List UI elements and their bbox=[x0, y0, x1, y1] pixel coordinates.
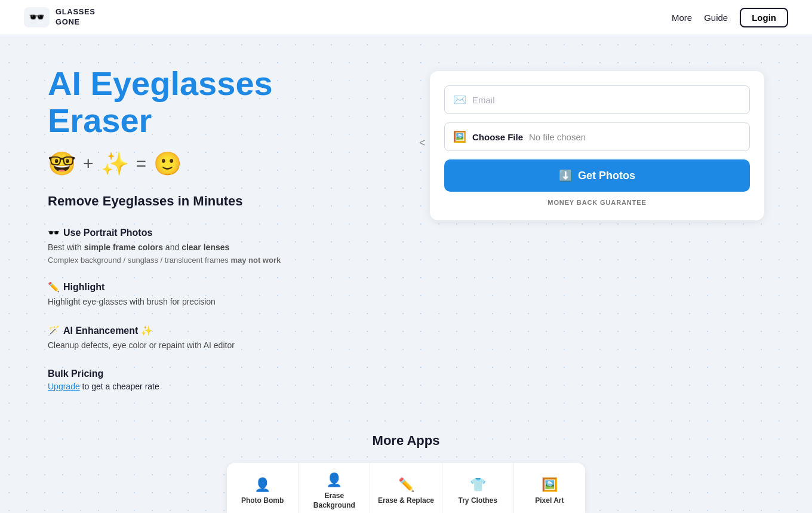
upgrade-link[interactable]: Upgrade bbox=[48, 382, 80, 391]
more-apps-section: More Apps 👤 Photo Bomb 👤 Erase Backgroun… bbox=[24, 403, 788, 513]
bulk-pricing-title: Bulk Pricing bbox=[48, 368, 406, 379]
navbar: 🕶️ GLASSES GONE More Guide Login bbox=[0, 0, 812, 35]
feature-highlight-title: ✏️ Highlight bbox=[48, 281, 406, 293]
clothes-icon: 👕 bbox=[470, 477, 486, 493]
bulk-pricing: Bulk Pricing Upgrade to get a cheaper ra… bbox=[48, 368, 406, 391]
emoji-wand: ✨ bbox=[101, 150, 129, 177]
app-erase-replace[interactable]: ✏️ Erase & Replace bbox=[370, 463, 442, 513]
apps-row: 👤 Photo Bomb 👤 Erase Background ✏️ Erase… bbox=[227, 463, 585, 513]
photo-bomb-label: Photo Bomb bbox=[241, 496, 284, 506]
remove-heading: Remove Eyeglasses in Minutes bbox=[48, 193, 406, 209]
feature-enhancement-title: 🪄 AI Enhancement ✨ bbox=[48, 325, 406, 336]
brand-name: GLASSES GONE bbox=[56, 7, 96, 27]
may-not-work-text: may not work bbox=[230, 256, 281, 265]
brand-logo: 🕶️ bbox=[24, 7, 50, 27]
hero-title: AI Eyeglasses Eraser bbox=[48, 65, 406, 139]
nav-guide[interactable]: Guide bbox=[704, 13, 728, 23]
glasses-icon: 🕶️ bbox=[48, 227, 60, 238]
pixel-art-icon: 🖼️ bbox=[542, 477, 558, 493]
money-back-text: MONEY BACK GUARANTEE bbox=[444, 199, 750, 206]
brand: 🕶️ GLASSES GONE bbox=[24, 7, 96, 27]
email-input[interactable] bbox=[472, 95, 741, 105]
feature-enhancement-desc: Cleanup defects, eye color or repaint wi… bbox=[48, 339, 406, 352]
app-try-clothes[interactable]: 👕 Try Clothes bbox=[442, 463, 514, 513]
no-file-text: No file chosen bbox=[529, 132, 586, 142]
feature-portrait-title: 🕶️ Use Portrait Photos bbox=[48, 227, 406, 238]
more-apps-title: More Apps bbox=[48, 433, 764, 449]
download-icon: ⬇️ bbox=[559, 169, 572, 182]
email-wrapper: ✉️ bbox=[444, 85, 750, 114]
feature-highlight-desc: Highlight eye-glasses with brush for pre… bbox=[48, 296, 406, 308]
emoji-equation: 🤓 + ✨ = 🙂 bbox=[48, 150, 406, 177]
email-icon: ✉️ bbox=[453, 93, 466, 106]
app-pixel-art[interactable]: 🖼️ Pixel Art bbox=[514, 463, 585, 513]
file-input-wrapper[interactable]: 🖼️ Choose File No file chosen bbox=[444, 122, 750, 151]
bulk-pricing-desc: Upgrade to get a cheaper rate bbox=[48, 382, 406, 391]
image-icon: 🖼️ bbox=[453, 130, 466, 143]
emoji-glasses: 🤓 bbox=[48, 150, 76, 177]
plus-sign: + bbox=[83, 153, 94, 174]
nav-links: More Guide Login bbox=[672, 8, 788, 27]
erase-bg-icon: 👤 bbox=[326, 472, 342, 488]
get-photos-button[interactable]: ⬇️ Get Photos bbox=[444, 159, 750, 192]
bold-simple-frames: simple frame colors bbox=[84, 242, 163, 252]
bold-clear-lenses: clear lenses bbox=[182, 242, 229, 252]
login-button[interactable]: Login bbox=[740, 8, 788, 27]
left-column: AI Eyeglasses Eraser 🤓 + ✨ = 🙂 Remove Ey… bbox=[48, 65, 406, 403]
feature-highlight: ✏️ Highlight Highlight eye-glasses with … bbox=[48, 281, 406, 308]
photo-bomb-icon: 👤 bbox=[254, 477, 270, 493]
app-photo-bomb[interactable]: 👤 Photo Bomb bbox=[227, 463, 299, 513]
erase-replace-label: Erase & Replace bbox=[378, 496, 434, 506]
main-content: AI Eyeglasses Eraser 🤓 + ✨ = 🙂 Remove Ey… bbox=[24, 35, 788, 403]
file-group: 🖼️ Choose File No file chosen bbox=[444, 122, 750, 151]
collapse-arrow[interactable]: < bbox=[419, 137, 426, 149]
nav-more[interactable]: More bbox=[672, 13, 692, 23]
clothes-label: Try Clothes bbox=[459, 496, 497, 506]
equals-sign: = bbox=[136, 153, 147, 174]
feature-portrait-sub: Complex background / sunglass / transluc… bbox=[48, 256, 406, 265]
erase-replace-icon: ✏️ bbox=[398, 477, 414, 493]
erase-bg-label: Erase Background bbox=[304, 492, 364, 510]
pencil-icon: ✏️ bbox=[48, 281, 60, 293]
feature-portrait-desc: Best with simple frame colors and clear … bbox=[48, 241, 406, 254]
right-wrapper: < ✉️ 🖼️ Choose File No file chosen bbox=[430, 65, 764, 220]
pixel-art-label: Pixel Art bbox=[535, 496, 564, 506]
form-card: ✉️ 🖼️ Choose File No file chosen ⬇️ Get … bbox=[430, 71, 764, 220]
wand-icon: 🪄 bbox=[48, 325, 60, 336]
feature-portrait: 🕶️ Use Portrait Photos Best with simple … bbox=[48, 227, 406, 265]
feature-enhancement: 🪄 AI Enhancement ✨ Cleanup defects, eye … bbox=[48, 325, 406, 352]
emoji-smile: 🙂 bbox=[153, 150, 182, 177]
app-erase-background[interactable]: 👤 Erase Background bbox=[299, 463, 370, 513]
right-column: ✉️ 🖼️ Choose File No file chosen ⬇️ Get … bbox=[430, 65, 764, 220]
choose-file-button[interactable]: Choose File bbox=[472, 132, 523, 142]
email-group: ✉️ bbox=[444, 85, 750, 114]
